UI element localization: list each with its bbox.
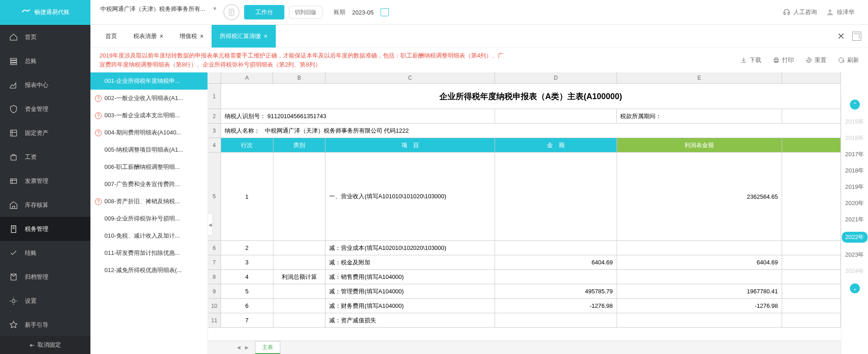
- nav-item[interactable]: 首页: [0, 25, 90, 49]
- row-header[interactable]: 3: [208, 124, 221, 138]
- cell[interactable]: 2: [221, 241, 274, 255]
- year-option[interactable]: 2024年: [845, 267, 864, 275]
- sidebar-collapse[interactable]: ⇤ 取消固定: [0, 336, 90, 354]
- cell[interactable]: 495785.79: [495, 284, 617, 298]
- cell[interactable]: 6404.69: [617, 255, 782, 269]
- col-header[interactable]: C: [326, 72, 495, 83]
- form-list-item[interactable]: 005-纳税调整项目明细表(A1...: [90, 141, 208, 158]
- close-icon[interactable]: ×: [200, 33, 203, 40]
- row-header[interactable]: 2: [208, 109, 221, 123]
- cell[interactable]: 减：资产减值损失: [326, 313, 495, 327]
- cell[interactable]: [495, 313, 617, 327]
- form-list-item[interactable]: 007-广告费和业务宣传费跨...: [90, 176, 208, 193]
- cell[interactable]: -1276.98: [617, 299, 782, 313]
- cell[interactable]: 5: [221, 284, 274, 298]
- refresh-button[interactable]: 刷新: [838, 56, 859, 64]
- cell[interactable]: 税款所属期间：: [617, 109, 782, 123]
- row-header[interactable]: 8: [208, 270, 221, 284]
- cell[interactable]: [495, 109, 617, 123]
- old-version-button[interactable]: 切到旧版: [289, 6, 322, 19]
- close-icon[interactable]: ×: [160, 33, 163, 40]
- nav-item[interactable]: 归档管理: [0, 265, 90, 289]
- cell[interactable]: 纳税人名称： 中税网通广泽（天津）税务师事务所有限公司 代码1222: [221, 124, 841, 138]
- cell[interactable]: [274, 153, 326, 240]
- form-list-item[interactable]: 009-企业所得税弥补亏损明...: [90, 210, 208, 227]
- tab[interactable]: 所得税汇算清缴×: [212, 25, 275, 48]
- year-option[interactable]: 2020年: [845, 199, 864, 207]
- year-option[interactable]: 2022年: [842, 232, 868, 243]
- cell[interactable]: 6404.69: [495, 255, 617, 269]
- form-list-item[interactable]: 010-免税、减计收入及加计...: [90, 227, 208, 244]
- cell[interactable]: [617, 313, 782, 327]
- nav-item[interactable]: 固定资产: [0, 121, 90, 145]
- fullscreen-toggle[interactable]: [852, 32, 861, 41]
- cell[interactable]: [782, 241, 841, 255]
- workspace-button[interactable]: 工作台: [244, 5, 284, 19]
- row-header[interactable]: 4: [208, 138, 221, 152]
- col-header[interactable]: D: [495, 72, 617, 83]
- cell[interactable]: [617, 270, 782, 284]
- cell[interactable]: 2362564.65: [617, 153, 782, 240]
- nav-item[interactable]: 报表中心: [0, 73, 90, 97]
- nav-item[interactable]: 设置: [0, 289, 90, 313]
- form-list-item[interactable]: 012-减免所得税优惠明细表(...: [90, 262, 208, 279]
- support-link[interactable]: 人工咨询: [783, 8, 817, 16]
- cell[interactable]: 一、营业收入(填写A101010\101020\103000): [326, 153, 495, 240]
- cell[interactable]: [274, 284, 326, 298]
- nav-item[interactable]: 资金管理: [0, 97, 90, 121]
- reset-button[interactable]: 重置: [805, 56, 826, 64]
- col-header[interactable]: B: [273, 72, 325, 83]
- nav-item[interactable]: 税务管理: [0, 217, 90, 241]
- close-all-tabs[interactable]: ✕: [834, 29, 848, 43]
- cell[interactable]: 减：管理费用(填写A104000): [326, 284, 495, 298]
- tab[interactable]: 首页: [97, 25, 125, 48]
- cell[interactable]: 7: [221, 313, 274, 327]
- cell[interactable]: 4: [221, 270, 274, 284]
- cell[interactable]: [782, 313, 841, 327]
- cell[interactable]: [782, 255, 841, 269]
- cell[interactable]: [274, 255, 326, 269]
- nav-item[interactable]: 总账: [0, 49, 90, 73]
- close-icon[interactable]: ×: [264, 33, 267, 40]
- form-list-item[interactable]: ?008-资产折旧、摊销及纳税...: [90, 193, 208, 210]
- form-list-item[interactable]: ?003-一般企业成本支出明细...: [90, 107, 208, 124]
- cell[interactable]: [782, 299, 841, 313]
- nav-item[interactable]: 工资: [0, 145, 90, 169]
- form-list-item[interactable]: ?004-期间费用明细表(A1040...: [90, 124, 208, 141]
- cell[interactable]: [782, 109, 841, 123]
- cell[interactable]: 1: [221, 153, 274, 240]
- col-header[interactable]: A: [221, 72, 273, 83]
- year-option[interactable]: 2021年: [845, 215, 864, 224]
- cell[interactable]: [274, 241, 326, 255]
- cell[interactable]: 减：财务费用(填写A104000): [326, 299, 495, 313]
- cell[interactable]: [274, 313, 326, 327]
- download-button[interactable]: 下载: [740, 56, 761, 64]
- form-list-item[interactable]: 011-研发费用加计扣除优惠...: [90, 244, 208, 262]
- form-list-item[interactable]: ?002-一般企业收入明细表(A1...: [90, 90, 208, 107]
- year-down[interactable]: ⌄: [850, 283, 860, 293]
- nav-item[interactable]: 新手引导: [0, 313, 90, 337]
- cell[interactable]: 减：营业成本(填写A102010\102020\103000): [326, 241, 495, 255]
- year-option[interactable]: 2016年: [845, 134, 864, 142]
- cell[interactable]: [782, 270, 841, 284]
- sheet-tab[interactable]: 主表: [255, 341, 280, 354]
- cell[interactable]: [617, 241, 782, 255]
- cell[interactable]: 纳税人识别号： 911201045661351743: [221, 109, 495, 123]
- cell[interactable]: 减：销售费用(填写A104000): [326, 270, 495, 284]
- year-up[interactable]: ⌃: [850, 100, 860, 110]
- cell[interactable]: [495, 153, 617, 240]
- row-header[interactable]: 6: [208, 241, 221, 255]
- form-list-item[interactable]: 001-企业所得税年度纳税申...: [90, 72, 208, 90]
- cell[interactable]: [782, 284, 841, 298]
- cell[interactable]: -1276.98: [495, 299, 617, 313]
- row-header[interactable]: 10: [208, 299, 221, 313]
- year-option[interactable]: 2023年: [845, 251, 864, 259]
- user-menu[interactable]: 徐泽华: [826, 8, 854, 16]
- cell[interactable]: 3: [221, 255, 274, 269]
- nav-item[interactable]: 结账: [0, 241, 90, 265]
- row-header[interactable]: 7: [208, 255, 221, 269]
- row-header[interactable]: 11: [208, 313, 221, 327]
- cell[interactable]: 6: [221, 299, 274, 313]
- panel-collapse-handle[interactable]: ◀: [208, 213, 213, 236]
- logo[interactable]: 畅捷通易代账: [0, 0, 90, 25]
